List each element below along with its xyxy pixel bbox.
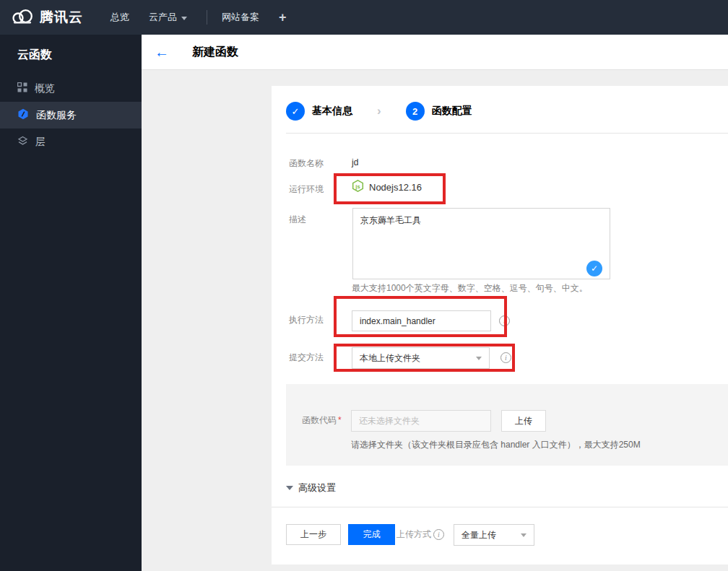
upload-mode-info-icon[interactable]: i	[433, 529, 444, 540]
scf-hexagon-icon	[17, 108, 29, 122]
svg-text:js: js	[355, 183, 360, 190]
page-title: 新建函数	[192, 45, 238, 60]
steps-divider	[286, 133, 728, 134]
upload-mode-dropdown[interactable]: 全量上传	[454, 524, 534, 546]
sidebar-item-function-service[interactable]: 函数服务	[0, 102, 142, 128]
sidebar-item-layers[interactable]: 层	[0, 128, 142, 155]
finish-button[interactable]: 完成	[348, 524, 395, 545]
handler-info-icon[interactable]: i	[499, 315, 510, 326]
step-indicator: ✓ 基本信息 › 2 函数配置	[286, 102, 472, 121]
runtime-label: 运行环境	[289, 183, 324, 196]
step1-check-icon: ✓	[286, 102, 305, 121]
nav-cloud-products[interactable]: 云产品	[149, 11, 187, 24]
chevron-down-icon	[181, 17, 187, 20]
tencent-cloud-logo[interactable]: 腾讯云	[10, 7, 83, 28]
add-tab-button[interactable]: +	[279, 10, 287, 25]
sidebar-title: 云函数	[0, 35, 142, 75]
submit-method-value: 本地上传文件夹	[360, 352, 420, 365]
step-chevron-icon: ›	[377, 104, 381, 118]
required-asterisk: *	[338, 415, 342, 425]
sidebar-item-overview[interactable]: 概览	[0, 75, 142, 102]
nav-divider	[207, 10, 207, 25]
handler-input[interactable]	[352, 310, 491, 331]
description-hint: 最大支持1000个英文字母、数字、空格、逗号、句号、中文。	[352, 282, 588, 295]
triangle-down-icon	[286, 486, 293, 490]
grid-icon	[17, 82, 27, 95]
nav-icp-filing[interactable]: 网站备案	[222, 11, 259, 24]
upload-mode-value: 全量上传	[462, 529, 496, 541]
dropdown-caret-icon	[521, 533, 526, 537]
brand-name: 腾讯云	[40, 8, 83, 27]
upload-button[interactable]: 上传	[501, 410, 546, 432]
function-code-section: 函数代码* 上传 请选择文件夹（该文件夹根目录应包含 handler 入口文件）…	[286, 384, 728, 466]
step2-number: 2	[406, 102, 425, 121]
footer-divider	[272, 507, 728, 507]
cloud-logo-icon	[10, 7, 33, 28]
content-area: ✓ 基本信息 › 2 函数配置 函数名称 jd 运行环境 js Nodejs12…	[142, 70, 728, 571]
function-name-label: 函数名称	[289, 157, 324, 170]
top-navbar: 腾讯云 总览 云产品 网站备案 +	[0, 0, 728, 35]
submit-method-dropdown[interactable]: 本地上传文件夹	[352, 347, 490, 369]
submit-method-info-icon[interactable]: i	[500, 352, 511, 363]
step1-label: 基本信息	[312, 105, 352, 118]
previous-step-button[interactable]: 上一步	[286, 524, 341, 545]
submit-method-label: 提交方法	[289, 352, 324, 364]
function-code-label: 函数代码*	[302, 414, 342, 427]
description-textarea[interactable]: 京东薅羊毛工具	[352, 208, 610, 279]
handler-label: 执行方法	[289, 314, 324, 326]
nodejs-icon: js	[352, 180, 364, 194]
step2-label: 函数配置	[432, 105, 472, 118]
function-name-value: jd	[352, 157, 358, 167]
dropdown-caret-icon	[476, 357, 482, 360]
valid-check-icon: ✓	[586, 261, 602, 276]
upload-mode-label-group: 上传方式 i	[396, 524, 444, 545]
nav-overview[interactable]: 总览	[110, 11, 129, 24]
create-function-card: ✓ 基本信息 › 2 函数配置 函数名称 jd 运行环境 js Nodejs12…	[272, 86, 728, 565]
back-arrow-icon[interactable]: ←	[155, 45, 169, 59]
runtime-value: js Nodejs12.16	[352, 180, 422, 194]
layers-icon	[17, 136, 28, 149]
advanced-settings-toggle[interactable]: 高级设置	[286, 481, 336, 494]
sidebar: 云函数 概览 函数服务 层	[0, 35, 142, 571]
page-header: ← 新建函数	[142, 35, 728, 70]
folder-path-input[interactable]	[351, 410, 491, 432]
function-code-hint: 请选择文件夹（该文件夹根目录应包含 handler 入口文件），最大支持250M	[351, 439, 641, 451]
description-label: 描述	[289, 214, 306, 226]
top-nav: 总览 云产品 网站备案 +	[110, 10, 287, 25]
